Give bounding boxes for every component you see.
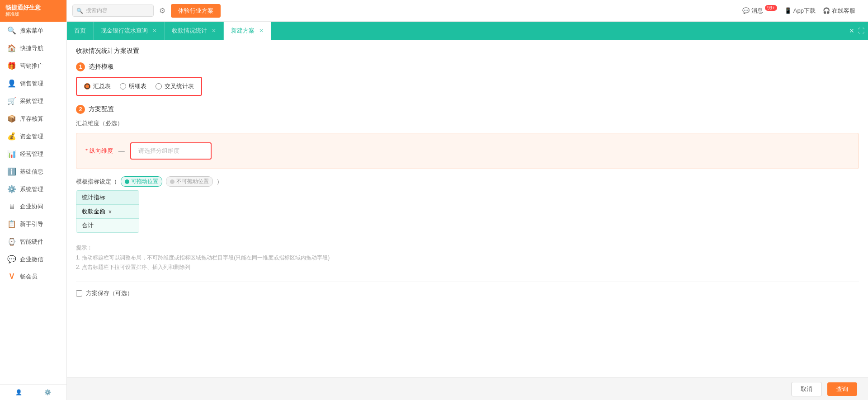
step2-label: 方案配置 bbox=[89, 105, 114, 113]
query-button[interactable]: 查询 bbox=[827, 382, 857, 396]
maximize-icon[interactable]: ⛶ bbox=[858, 27, 864, 34]
stats-dropdown-icon[interactable]: ∨ bbox=[108, 208, 112, 215]
app-download-label: App下载 bbox=[793, 7, 816, 15]
sidebar-item-member[interactable]: V 畅会员 bbox=[0, 268, 66, 285]
sidebar-logo: 畅捷通好生意 标准版 bbox=[0, 0, 66, 22]
tabs-bar: 首页 现金银行流水查询 ✕ 收款情况统计 ✕ 新建方案 ✕ ✕ ⛶ bbox=[67, 22, 868, 40]
topbar-search-box[interactable]: 🔍 搜索内容 bbox=[72, 5, 154, 17]
sidebar-item-label: 企业微信 bbox=[20, 255, 43, 264]
sidebar-bottom-settings[interactable]: ⚙️ bbox=[44, 389, 51, 395]
download-icon: 📱 bbox=[784, 7, 792, 14]
radio-cross-input[interactable] bbox=[156, 83, 162, 89]
settings-gear-icon[interactable]: ⚙ bbox=[159, 6, 165, 15]
tab-label: 收款情况统计 bbox=[172, 27, 207, 35]
movable-label: 可拖动位置 bbox=[131, 178, 158, 185]
sidebar-item-label: 资金管理 bbox=[20, 132, 43, 141]
message-icon: 💬 bbox=[742, 7, 750, 14]
radio-cross[interactable]: 交叉统计表 bbox=[156, 82, 194, 90]
sidebar-bottom-user[interactable]: 👤 bbox=[15, 389, 22, 395]
tab-label: 新建方案 bbox=[231, 27, 255, 35]
tab-new-plan[interactable]: 新建方案 ✕ bbox=[224, 22, 271, 40]
vertical-dimension-row: * 纵向维度 — 请选择分组维度 bbox=[85, 142, 212, 160]
tips-section: 提示： 1. 拖动标题栏可以调整布局，不可跨维度或指标区域拖动栏目字段(只能在同… bbox=[76, 243, 859, 273]
stats-table: 统计指标 收款金额 ∨ 合计 bbox=[76, 190, 139, 233]
dimension-arrow: — bbox=[118, 147, 125, 155]
page-title: 收款情况统计方案设置 bbox=[76, 47, 859, 55]
footer: 取消 查询 bbox=[67, 377, 868, 400]
app-download-item[interactable]: 📱 App下载 bbox=[784, 7, 816, 15]
radio-detail-label: 明细表 bbox=[129, 82, 146, 90]
cancel-button[interactable]: 取消 bbox=[791, 382, 822, 396]
stats-table-header: 统计指标 bbox=[76, 191, 139, 205]
close-window-icon[interactable]: ✕ bbox=[849, 27, 854, 34]
search-icon: 🔍 bbox=[76, 8, 83, 14]
logo-version: 标准版 bbox=[5, 11, 41, 18]
topbar-right: 💬 消息 99+ 📱 App下载 🎧 在线客服 bbox=[742, 7, 863, 15]
message-item[interactable]: 💬 消息 99+ bbox=[742, 7, 777, 15]
sidebar-item-system[interactable]: ⚙️ 系统管理 bbox=[0, 180, 66, 198]
sidebar-item-finance[interactable]: 💰 资金管理 bbox=[0, 127, 66, 145]
tab-label: 现金银行流水查询 bbox=[101, 27, 148, 35]
logo-text: 畅捷通好生意 bbox=[5, 4, 41, 11]
sidebar-item-wechat[interactable]: 💬 企业微信 bbox=[0, 250, 66, 268]
info-icon: ℹ️ bbox=[7, 167, 16, 176]
sidebar-item-collab[interactable]: 🖥 企业协同 bbox=[0, 198, 66, 215]
sidebar-item-inventory[interactable]: 📦 库存核算 bbox=[0, 110, 66, 127]
sidebar-item-label: 新手引导 bbox=[20, 220, 43, 228]
trial-button[interactable]: 体验行业方案 bbox=[171, 4, 221, 18]
sidebar-item-marketing[interactable]: 🎁 营销推广 bbox=[0, 57, 66, 75]
sidebar-item-hardware[interactable]: ⌚ 智能硬件 bbox=[0, 233, 66, 250]
sidebar-item-label: 营销推广 bbox=[20, 62, 43, 70]
chart-icon: 📊 bbox=[7, 150, 16, 158]
tab-collection-stats[interactable]: 收款情况统计 ✕ bbox=[165, 22, 224, 40]
vertical-dimension-label: * 纵向维度 bbox=[85, 147, 113, 155]
sidebar-item-label: 系统管理 bbox=[20, 185, 43, 193]
radio-cross-label: 交叉统计表 bbox=[165, 82, 194, 90]
content-area: 收款情况统计方案设置 1 选择模板 汇总表 明细表 bbox=[67, 40, 868, 377]
radio-summary-input[interactable] bbox=[84, 83, 90, 89]
sidebar-item-guide[interactable]: 📋 新手引导 bbox=[0, 215, 66, 233]
sidebar-item-label: 畅会员 bbox=[20, 273, 38, 281]
radio-detail-input[interactable] bbox=[120, 83, 126, 89]
save-section: 方案保存（可选） bbox=[76, 289, 859, 297]
sidebar-item-nav[interactable]: 🏠 快捷导航 bbox=[0, 39, 66, 57]
cart-icon: 🛒 bbox=[7, 97, 16, 105]
save-label: 方案保存（可选） bbox=[86, 289, 133, 297]
save-checkbox[interactable] bbox=[76, 290, 82, 296]
sidebar-item-label: 库存核算 bbox=[20, 115, 43, 123]
radio-summary-label: 汇总表 bbox=[93, 82, 111, 90]
sidebar-item-label: 基础信息 bbox=[20, 168, 43, 176]
tabs-right-controls: ✕ ⛶ bbox=[849, 27, 868, 34]
tab-cash-bank[interactable]: 现金银行流水查询 ✕ bbox=[94, 22, 165, 40]
gift-icon: 🎁 bbox=[7, 61, 16, 70]
clipboard-icon: 📋 bbox=[7, 220, 16, 228]
sidebar-item-sales[interactable]: 👤 销售管理 bbox=[0, 75, 66, 92]
sidebar-item-purchase[interactable]: 🛒 采购管理 bbox=[0, 92, 66, 110]
tab-label: 首页 bbox=[74, 27, 86, 35]
step2-number: 2 bbox=[76, 105, 85, 114]
radio-detail[interactable]: 明细表 bbox=[120, 82, 146, 90]
topbar: 🔍 搜索内容 ⚙ 体验行业方案 💬 消息 99+ 📱 App下载 🎧 在线客服 bbox=[67, 0, 868, 22]
sidebar: 畅捷通好生意 标准版 🔍 搜索菜单 🏠 快捷导航 🎁 营销推广 👤 销售管理 🛒… bbox=[0, 0, 67, 400]
radio-summary[interactable]: 汇总表 bbox=[84, 82, 111, 90]
stats-table-cell[interactable]: 收款金额 ∨ bbox=[76, 205, 139, 218]
tab-close-icon[interactable]: ✕ bbox=[152, 28, 157, 34]
sidebar-item-basic[interactable]: ℹ️ 基础信息 bbox=[0, 163, 66, 180]
step1-header: 1 选择模板 bbox=[76, 62, 859, 71]
movable-dot bbox=[125, 179, 129, 184]
dimension-placeholder[interactable]: 请选择分组维度 bbox=[130, 142, 212, 160]
tab-close-active-icon[interactable]: ✕ bbox=[259, 28, 264, 34]
metrics-label-text: 模板指标设定（ bbox=[76, 178, 117, 186]
sidebar-item-label: 企业协同 bbox=[20, 202, 43, 211]
settings-icon: ⚙️ bbox=[7, 185, 16, 193]
immovable-label: 不可拖动位置 bbox=[176, 178, 209, 185]
template-selection-box: 汇总表 明细表 交叉统计表 bbox=[76, 77, 202, 96]
sidebar-item-management[interactable]: 📊 经营管理 bbox=[0, 145, 66, 163]
step1-number: 1 bbox=[76, 62, 85, 71]
sidebar-item-search[interactable]: 🔍 搜索菜单 bbox=[0, 22, 66, 39]
stats-row-total: 合计 bbox=[76, 218, 139, 232]
tab-close-icon[interactable]: ✕ bbox=[212, 28, 216, 34]
tab-home[interactable]: 首页 bbox=[67, 22, 94, 40]
page: 收款情况统计方案设置 1 选择模板 汇总表 明细表 bbox=[67, 40, 868, 377]
customer-service-item[interactable]: 🎧 在线客服 bbox=[823, 7, 855, 15]
